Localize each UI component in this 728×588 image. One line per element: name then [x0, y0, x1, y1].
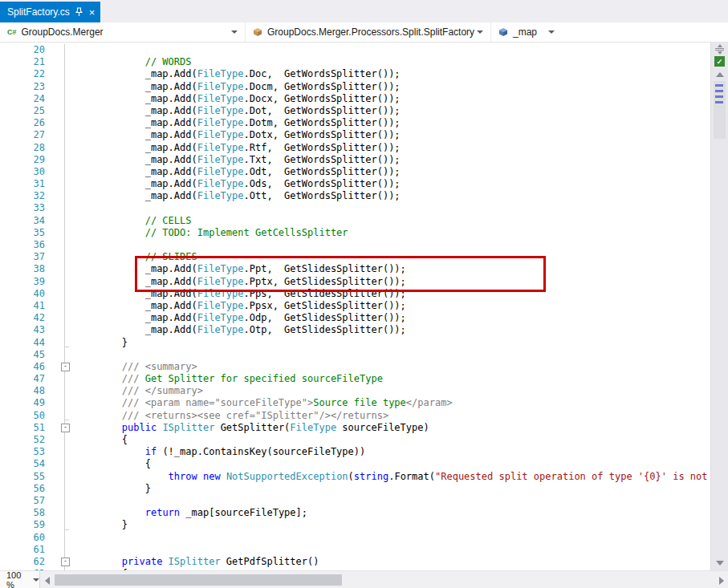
code-text[interactable]: _map.Add(FileType.Dot, GetWordsSplitter(… [75, 105, 710, 117]
code-text[interactable]: _map.Add(FileType.Odt, GetWordsSplitter(… [75, 166, 710, 178]
code-text[interactable]: } [75, 519, 710, 531]
line-number: 51 [0, 422, 47, 434]
line-number: 47 [0, 373, 47, 385]
fold-margin [47, 227, 75, 239]
csharp-project-icon: C# [7, 28, 17, 36]
code-text[interactable]: public ISplitter GetSplitter(FileType so… [75, 422, 710, 434]
tab-splitfactory[interactable]: SplitFactory.cs × [0, 2, 100, 22]
hscrollbar-thumb[interactable] [55, 574, 342, 586]
line-number: 43 [0, 324, 47, 336]
line-number: 29 [0, 154, 47, 166]
code-text[interactable] [75, 532, 710, 544]
scroll-right-arrow[interactable] [719, 577, 724, 585]
zoom-control[interactable]: 100 % [0, 571, 40, 588]
close-icon[interactable]: × [89, 7, 96, 18]
line-number: 22 [0, 68, 47, 80]
code-line: 52 { [0, 434, 710, 446]
code-text[interactable]: // CELLS [75, 215, 710, 227]
code-text[interactable]: _map.Add(FileType.Ppt, GetSlidesSplitter… [75, 263, 710, 275]
fold-margin [47, 324, 75, 336]
fold-margin [47, 142, 75, 154]
scroll-down-arrow[interactable] [716, 561, 724, 566]
code-text[interactable]: private ISplitter GetPdfSplitter() [75, 556, 710, 568]
code-text[interactable]: /// <param name="sourceFileType">Source … [75, 397, 710, 409]
code-line: 41 _map.Add(FileType.Ppsx, GetSlidesSpli… [0, 300, 710, 312]
code-analysis-indicator[interactable]: ✓ [714, 56, 725, 67]
fold-margin [47, 532, 75, 544]
code-text[interactable] [75, 544, 710, 556]
code-text[interactable] [75, 239, 710, 251]
zoom-value: 100 % [6, 570, 28, 588]
code-text[interactable]: _map.Add(FileType.Docx, GetWordsSplitter… [75, 93, 710, 105]
code-text[interactable] [75, 495, 710, 507]
fold-collapse-button[interactable] [47, 422, 75, 434]
code-text[interactable] [75, 349, 710, 361]
split-down-icon [718, 51, 722, 55]
code-line: 62 private ISplitter GetPdfSplitter() [0, 556, 710, 568]
code-text[interactable]: _map.Add(FileType.Pptx, GetSlidesSplitte… [75, 276, 710, 288]
code-text[interactable]: /// <returns><see cref="ISplitter"/></re… [75, 410, 710, 422]
code-text[interactable]: } [75, 483, 710, 495]
check-icon: ✓ [717, 58, 723, 66]
fold-margin [47, 93, 75, 105]
line-number: 50 [0, 410, 47, 422]
type-dropdown[interactable]: GroupDocs.Merger.Processors.Split.SplitF… [246, 22, 491, 42]
code-line: 35 // TODO: Implement GetCellsSplitter [0, 227, 710, 239]
vertical-scrollbar[interactable]: ✓ [710, 43, 728, 570]
vs-editor-window: SplitFactory.cs × C# GroupDocs.Merger Gr… [0, 0, 728, 588]
scroll-left-arrow[interactable] [45, 577, 50, 585]
code-text[interactable]: _map.Add(FileType.Otp, GetSlidesSplitter… [75, 324, 710, 336]
code-line: 37 // SLIDES [0, 251, 710, 263]
line-number: 37 [0, 251, 47, 263]
code-text[interactable]: // TODO: Implement GetCellsSplitter [75, 227, 710, 239]
code-text[interactable]: /// Get Splitter for specified sourceFil… [75, 373, 710, 385]
code-text[interactable]: } [75, 337, 710, 349]
code-text[interactable]: // SLIDES [75, 251, 710, 263]
fold-margin [47, 202, 75, 214]
code-line: 50 /// <returns><see cref="ISplitter"/><… [0, 410, 710, 422]
code-text[interactable]: /// <summary> [75, 361, 710, 373]
code-text[interactable]: if (!_map.ContainsKey(sourceFileType)) [75, 446, 710, 458]
code-text[interactable]: return _map[sourceFileType]; [75, 507, 710, 519]
code-text[interactable]: _map.Add(FileType.Doc, GetWordsSplitter(… [75, 68, 710, 80]
code-text[interactable]: _map.Add(FileType.Txt, GetWordsSplitter(… [75, 154, 710, 166]
code-text[interactable]: _map.Add(FileType.Ott, GetWordsSplitter(… [75, 190, 710, 202]
pin-icon[interactable] [75, 7, 83, 17]
line-number: 52 [0, 434, 47, 446]
splitter-handle[interactable] [714, 44, 725, 55]
code-line: 31 _map.Add(FileType.Ods, GetWordsSplitt… [0, 178, 710, 190]
code-line: 28 _map.Add(FileType.Rtf, GetWordsSplitt… [0, 142, 710, 154]
code-text[interactable]: /// </summary> [75, 385, 710, 397]
fold-margin [47, 544, 75, 556]
code-text[interactable]: _map.Add(FileType.Ppsx, GetSlidesSplitte… [75, 300, 710, 312]
code-text[interactable]: _map.Add(FileType.Docm, GetWordsSplitter… [75, 81, 710, 93]
code-line: 29 _map.Add(FileType.Txt, GetWordsSplitt… [0, 154, 710, 166]
scroll-up-arrow[interactable] [716, 72, 724, 77]
code-line: 33 [0, 202, 710, 214]
code-line: 25 _map.Add(FileType.Dot, GetWordsSplitt… [0, 105, 710, 117]
code-text[interactable]: { [75, 434, 710, 446]
code-line: 57 [0, 495, 710, 507]
project-dropdown[interactable]: C# GroupDocs.Merger [0, 22, 246, 42]
code-text[interactable]: _map.Add(FileType.Ods, GetWordsSplitter(… [75, 178, 710, 190]
code-text[interactable]: throw new NotSupportedException(string.F… [75, 471, 710, 483]
code-text[interactable]: // WORDS [75, 56, 710, 68]
code-editor[interactable]: 2021 // WORDS22 _map.Add(FileType.Doc, G… [0, 43, 710, 570]
fold-collapse-button[interactable] [47, 361, 75, 373]
fold-margin [47, 288, 75, 300]
code-text[interactable] [75, 202, 710, 214]
code-line: 20 [0, 44, 710, 56]
chevron-down-icon [33, 578, 39, 582]
code-text[interactable]: { [75, 458, 710, 470]
code-text[interactable]: _map.Add(FileType.Dotm, GetWordsSplitter… [75, 117, 710, 129]
code-line: 26 _map.Add(FileType.Dotm, GetWordsSplit… [0, 117, 710, 129]
fold-margin [47, 129, 75, 141]
code-text[interactable]: _map.Add(FileType.Odp, GetSlidesSplitter… [75, 312, 710, 324]
code-text[interactable]: _map.Add(FileType.Dotx, GetWordsSplitter… [75, 129, 710, 141]
code-text[interactable]: _map.Add(FileType.Rtf, GetWordsSplitter(… [75, 142, 710, 154]
member-dropdown[interactable]: _map [491, 22, 728, 42]
fold-collapse-button[interactable] [47, 556, 75, 568]
code-text[interactable] [75, 44, 710, 56]
code-line: 30 _map.Add(FileType.Odt, GetWordsSplitt… [0, 166, 710, 178]
code-text[interactable]: _map.Add(FileType.Pps, GetSlidesSplitter… [75, 288, 710, 300]
